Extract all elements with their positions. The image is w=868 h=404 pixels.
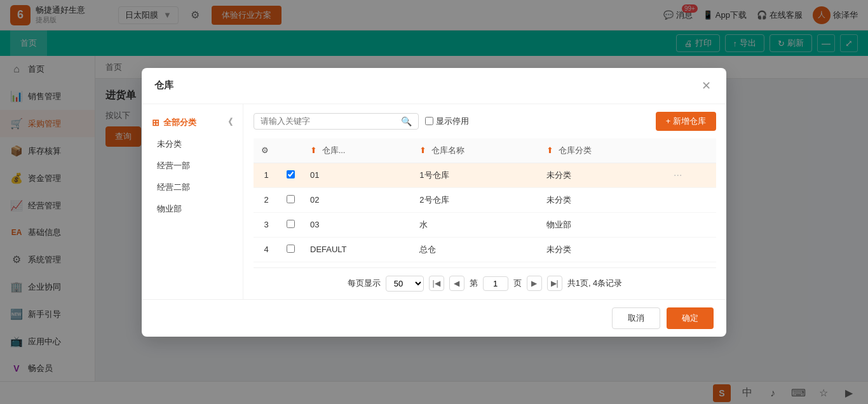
show-disabled-checkbox[interactable] <box>425 117 433 125</box>
per-page-select[interactable]: 102050100 <box>386 276 424 292</box>
row-code: 02 <box>302 187 412 212</box>
pagination-bar: 每页显示 102050100 |◀ ◀ 第 页 ▶ ▶| 共1页, 4条记录 <box>254 267 716 299</box>
row-category: 未分类 <box>539 237 666 262</box>
row-checkbox[interactable] <box>287 195 295 203</box>
prev-page-button[interactable]: ◀ <box>449 276 465 291</box>
row-code: 01 <box>302 163 412 187</box>
category-sidebar: ⊞ 全部分类 《 未分类 经营一部 经营二部 物业部 <box>142 104 243 299</box>
row-checkbox[interactable] <box>287 245 295 253</box>
row-checkbox-cell[interactable] <box>279 237 302 262</box>
cat-all-label: 全部分类 <box>163 117 196 128</box>
cat-item-operation1[interactable]: 经营一部 <box>142 155 243 177</box>
last-page-button[interactable]: ▶| <box>547 276 562 291</box>
page-input[interactable] <box>483 276 508 291</box>
add-warehouse-button[interactable]: + 新增仓库 <box>656 112 716 131</box>
row-name: 水 <box>412 212 539 237</box>
sort-icon-code: ⬆ <box>310 145 317 155</box>
row-num: 1 <box>254 163 279 187</box>
sort-icon-name: ⬆ <box>419 145 426 155</box>
th-checkbox <box>279 138 302 163</box>
cat-collapse-icon[interactable]: 《 <box>224 117 233 128</box>
modal-footer: 取消 确定 <box>142 299 726 337</box>
table-row[interactable]: 1 01 1号仓库 未分类 ··· <box>254 163 716 187</box>
search-box: 🔍 <box>254 113 419 130</box>
row-category: 未分类 <box>539 187 666 212</box>
modal-main: 🔍 显示停用 + 新增仓库 ⚙ <box>243 104 726 299</box>
search-icon: 🔍 <box>401 116 412 126</box>
modal-toolbar: 🔍 显示停用 + 新增仓库 <box>254 112 716 131</box>
row-actions: ··· <box>666 163 716 187</box>
sort-icon-category: ⬆ <box>546 145 553 155</box>
row-category: 未分类 <box>539 163 666 187</box>
row-checkbox-cell[interactable] <box>279 187 302 212</box>
row-checkbox-cell[interactable] <box>279 212 302 237</box>
row-checkbox[interactable] <box>287 220 295 228</box>
table-container: ⚙ ⬆ 仓库... ⬆ 仓库名称 <box>254 138 716 262</box>
total-info: 共1页, 4条记录 <box>567 278 623 289</box>
cat-header[interactable]: ⊞ 全部分类 《 <box>142 112 243 133</box>
th-code[interactable]: ⬆ 仓库... <box>302 138 412 163</box>
warehouse-table: ⚙ ⬆ 仓库... ⬆ 仓库名称 <box>254 138 716 262</box>
row-num: 4 <box>254 237 279 262</box>
per-page-label: 每页显示 <box>348 278 381 289</box>
th-gear[interactable]: ⚙ <box>254 138 279 163</box>
confirm-button[interactable]: 确定 <box>667 307 714 329</box>
row-actions <box>666 237 716 262</box>
th-category[interactable]: ⬆ 仓库分类 <box>539 138 666 163</box>
row-checkbox[interactable] <box>287 170 295 178</box>
row-actions <box>666 212 716 237</box>
row-code: DEFAULT <box>302 237 412 262</box>
grid-icon: ⊞ <box>152 118 159 128</box>
row-checkbox-cell[interactable] <box>279 163 302 187</box>
row-category: 物业部 <box>539 212 666 237</box>
row-num: 3 <box>254 212 279 237</box>
search-input[interactable] <box>261 116 401 126</box>
show-disabled-text: 显示停用 <box>436 116 469 127</box>
cancel-button[interactable]: 取消 <box>612 307 660 329</box>
modal-overlay: 仓库 ✕ ⊞ 全部分类 《 未分类 经营一部 经营二部 物业部 <box>0 0 868 404</box>
show-disabled-checkbox-label[interactable]: 显示停用 <box>425 116 469 127</box>
table-row[interactable]: 3 03 水 物业部 <box>254 212 716 237</box>
cat-item-operation2[interactable]: 经营二部 <box>142 177 243 198</box>
table-row[interactable]: 2 02 2号仓库 未分类 <box>254 187 716 212</box>
modal-header: 仓库 ✕ <box>142 68 726 104</box>
table-header-row: ⚙ ⬆ 仓库... ⬆ 仓库名称 <box>254 138 716 163</box>
th-name[interactable]: ⬆ 仓库名称 <box>412 138 539 163</box>
row-code: 03 <box>302 212 412 237</box>
modal-title: 仓库 <box>154 79 173 91</box>
page-label-post: 页 <box>513 278 522 289</box>
row-name: 1号仓库 <box>412 163 539 187</box>
cat-item-property[interactable]: 物业部 <box>142 198 243 220</box>
warehouse-modal: 仓库 ✕ ⊞ 全部分类 《 未分类 经营一部 经营二部 物业部 <box>142 68 726 337</box>
table-row[interactable]: 4 DEFAULT 总仓 未分类 <box>254 237 716 262</box>
modal-body: ⊞ 全部分类 《 未分类 经营一部 经营二部 物业部 🔍 <box>142 104 726 299</box>
next-page-button[interactable]: ▶ <box>527 276 542 291</box>
page-label-pre: 第 <box>470 278 478 289</box>
th-actions <box>666 138 716 163</box>
row-name: 2号仓库 <box>412 187 539 212</box>
modal-close-button[interactable]: ✕ <box>698 78 714 93</box>
cat-item-unclassified[interactable]: 未分类 <box>142 133 243 155</box>
row-actions <box>666 187 716 212</box>
row-dots-button[interactable]: ··· <box>674 170 682 180</box>
row-num: 2 <box>254 187 279 212</box>
row-name: 总仓 <box>412 237 539 262</box>
first-page-button[interactable]: |◀ <box>429 276 444 291</box>
